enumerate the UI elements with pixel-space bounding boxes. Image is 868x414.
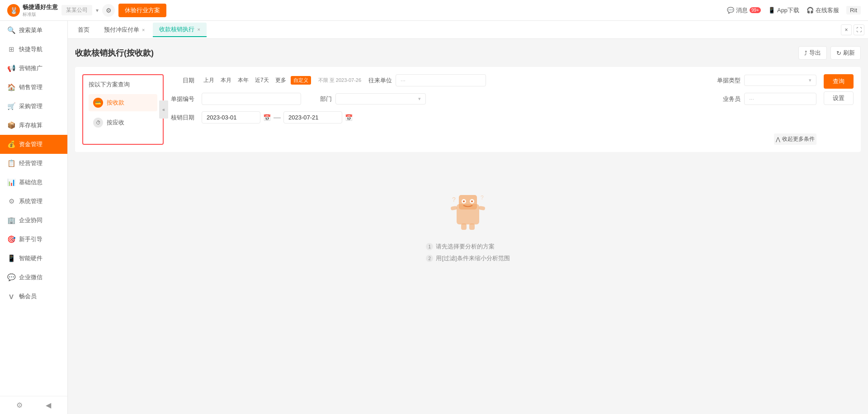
staff-label: 业务员 <box>717 95 741 103</box>
verify-date-label: 核销日期 <box>171 114 194 122</box>
topbar: 🐰 畅捷通好生意 标准版 某某公司 ▾ ⚙ 休验行业方案 💬 消息 99+ 📱 … <box>0 0 868 21</box>
doc-no-input[interactable] <box>202 93 301 105</box>
online-service-btn[interactable]: 🎧 在线客服 <box>807 6 839 14</box>
topbar-breadcrumb[interactable]: 某某公司 <box>61 5 92 15</box>
tab-home[interactable]: 首页 <box>71 23 96 37</box>
svg-point-5 <box>471 200 473 202</box>
doc-type-label: 单据类型 <box>717 76 741 85</box>
tab-close-btn[interactable]: × <box>841 24 852 35</box>
calendar-from-icon[interactable]: 📅 <box>263 114 271 121</box>
refresh-btn[interactable]: ↻ 刷新 <box>830 46 861 60</box>
doc-type-arrow: ▾ <box>809 77 811 83</box>
vendor-select[interactable]: ··· <box>396 74 486 86</box>
sidebar-item-member[interactable]: V 畅会员 <box>0 287 67 306</box>
verify-date-from-input[interactable] <box>202 111 260 124</box>
doc-type-select[interactable]: ▾ <box>744 75 816 86</box>
filter-actions: 查询 设置 <box>816 74 854 105</box>
grid-icon: ⊞ <box>7 45 15 53</box>
headset-icon: 🎧 <box>807 7 814 14</box>
verify-date-input-group: 📅 — 📅 <box>202 111 353 124</box>
refresh-icon: ↻ <box>836 50 841 57</box>
empty-svg: ? ? <box>445 188 491 233</box>
settings-bottom-icon[interactable]: ⚙ <box>16 401 23 409</box>
filter-option-payment[interactable]: 💳 按收款 <box>89 94 157 111</box>
filter-panel: 按以下方案查询 💳 按收款 ⏱ 按应收 « <box>75 67 861 152</box>
verify-date-to-input[interactable] <box>283 111 342 124</box>
step-2-num: 2 <box>426 255 433 262</box>
chevron-down-icon[interactable]: ▾ <box>96 7 99 14</box>
date-this-month[interactable]: 本月 <box>219 76 233 85</box>
phone-icon: 📱 <box>768 7 775 14</box>
sidebar-item-finance[interactable]: 💰 资金管理 <box>0 135 67 154</box>
calendar-to-icon[interactable]: 📅 <box>345 114 353 121</box>
tab-prepay[interactable]: 预付冲应付单 × <box>98 23 151 37</box>
empty-steps: 1 请先选择要分析的方案 2 用[过滤]条件来缩小分析范围 <box>426 243 509 266</box>
user-name[interactable]: Rit <box>846 6 861 14</box>
inventory-icon: 📦 <box>7 121 15 129</box>
system-icon: ⚙ <box>7 197 15 205</box>
tab-close-prepay[interactable]: × <box>142 27 145 33</box>
messages-btn[interactable]: 💬 消息 99+ <box>727 6 761 14</box>
collapse-sidebar-icon[interactable]: ◀ <box>46 401 51 409</box>
message-icon: 💬 <box>727 7 734 14</box>
tab-payment-verify[interactable]: 收款核销执行 × <box>153 23 206 37</box>
filter-right-panel: 日期 上月 本月 本年 近7天 更多 自定义 <box>171 74 854 145</box>
sidebar-item-marketing[interactable]: 📢 营销推广 <box>0 59 67 78</box>
tab-expand-btn[interactable]: ⛶ <box>854 24 864 35</box>
svg-rect-6 <box>450 206 457 210</box>
date-this-year[interactable]: 本年 <box>236 76 250 85</box>
payment-icon: 💳 <box>93 98 103 108</box>
app-download-btn[interactable]: 📱 App下载 <box>768 6 799 14</box>
topbar-left: 🐰 畅捷通好生意 标准版 某某公司 ▾ ⚙ 休验行业方案 <box>7 3 166 18</box>
logo-text: 畅捷通好生意 标准版 <box>23 3 58 18</box>
svg-rect-9 <box>469 224 475 230</box>
main-layout: 🔍 搜索菜单 ⊞ 快捷导航 📢 营销推广 🏠 销售管理 🛒 采购管理 📦 库存核… <box>0 21 868 414</box>
hardware-icon: 📱 <box>7 254 15 262</box>
sidebar-item-enterprise[interactable]: 🏢 企业协同 <box>0 211 67 230</box>
date-custom-badge[interactable]: 自定义 <box>291 76 311 85</box>
sidebar-item-hardware[interactable]: 📱 智能硬件 <box>0 249 67 268</box>
sidebar-item-purchase[interactable]: 🛒 采购管理 <box>0 97 67 116</box>
gear-icon[interactable]: ⚙ <box>102 4 115 17</box>
enterprise-icon: 🏢 <box>7 216 15 224</box>
query-btn[interactable]: 查询 <box>824 74 854 89</box>
dept-arrow: ▾ <box>418 96 421 102</box>
purchase-icon: 🛒 <box>7 102 15 110</box>
sidebar-item-basic-info[interactable]: 📊 基础信息 <box>0 173 67 192</box>
collapse-more-icon: ⋀ <box>776 136 780 143</box>
logo-area: 🐰 畅捷通好生意 标准版 <box>7 3 58 18</box>
export-btn[interactable]: ⤴ 导出 <box>798 46 827 60</box>
filter-left-panel: 按以下方案查询 💳 按收款 ⏱ 按应收 « <box>82 74 164 145</box>
dept-select[interactable]: ▾ <box>335 93 426 105</box>
operations-icon: 📋 <box>7 159 15 167</box>
collapse-left-btn[interactable]: « <box>159 100 168 119</box>
sidebar-item-search[interactable]: 🔍 搜索菜单 <box>0 21 67 40</box>
topbar-right: 💬 消息 99+ 📱 App下载 🎧 在线客服 Rit <box>727 6 861 14</box>
date-no-limit: 不限 至 2023-07-26 <box>318 77 361 84</box>
sidebar-item-guide[interactable]: 🎯 新手引导 <box>0 230 67 249</box>
content-area: 首页 预付冲应付单 × 收款核销执行 × × ⛶ 收款核销执行(按收款) <box>68 21 868 414</box>
sidebar-item-operations[interactable]: 📋 经营管理 <box>0 154 67 173</box>
tab-close-payment-verify[interactable]: × <box>197 27 200 32</box>
tab-bar: 首页 预付冲应付单 × 收款核销执行 × × ⛶ <box>68 21 868 39</box>
sidebar-item-inventory[interactable]: 📦 库存核算 <box>0 116 67 135</box>
sidebar-item-sales[interactable]: 🏠 销售管理 <box>0 78 67 97</box>
date-last-month[interactable]: 上月 <box>202 76 216 85</box>
svg-rect-8 <box>461 224 467 230</box>
page-actions: ⤴ 导出 ↻ 刷新 <box>798 46 861 60</box>
svg-rect-7 <box>478 206 485 210</box>
filter-settings-btn[interactable]: 设置 <box>824 91 854 105</box>
sidebar-item-quicknav[interactable]: ⊞ 快捷导航 <box>0 40 67 59</box>
staff-select[interactable]: ··· <box>744 93 816 105</box>
sidebar-item-system[interactable]: ⚙ 系统管理 <box>0 192 67 211</box>
date-7days[interactable]: 近7天 <box>253 76 271 85</box>
svg-text:?: ? <box>452 196 456 203</box>
page-title: 收款核销执行(按收款) <box>75 48 154 58</box>
date-more[interactable]: 更多 <box>274 76 288 85</box>
wechat-icon: 💬 <box>7 273 15 281</box>
collapse-more-btn[interactable]: ⋀ 收起更多条件 <box>774 133 816 145</box>
filter-option-receivable[interactable]: ⏱ 按应收 <box>89 114 157 131</box>
industry-btn[interactable]: 休验行业方案 <box>118 4 166 17</box>
sidebar-item-wechat[interactable]: 💬 企业微信 <box>0 268 67 287</box>
sidebar-bottom: ⚙ ◀ <box>0 396 67 414</box>
